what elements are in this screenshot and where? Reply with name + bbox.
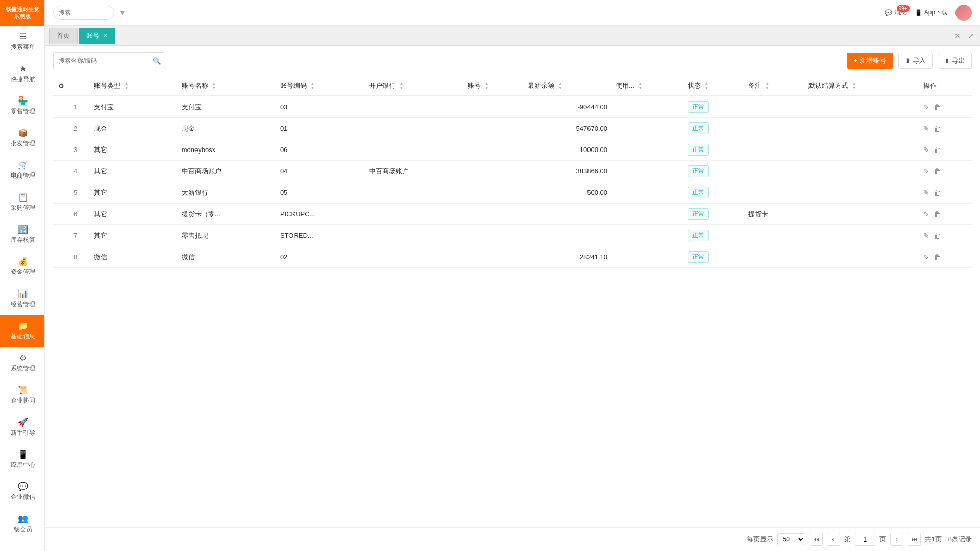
- user-avatar[interactable]: [955, 5, 972, 21]
- delete-button[interactable]: 🗑: [934, 189, 941, 197]
- col-default-payment[interactable]: 默认结算方式 ▲▼: [804, 76, 919, 96]
- sidebar-item-app-center[interactable]: 📱应用中心: [0, 443, 44, 475]
- table-row: 5 其它 大新银行 05 500.00 正常 ✎ 🗑: [53, 182, 972, 204]
- add-account-button[interactable]: + 新增账号: [847, 53, 893, 69]
- table-header-row: ⚙ 账号类型 ▲▼ 账号名称 ▲▼ 账号编码 ▲▼ 开户银行 ▲▼ 账号 ▲▼ …: [53, 76, 972, 96]
- edit-button[interactable]: ✎: [923, 232, 929, 240]
- last-page-button[interactable]: ⏭: [908, 533, 921, 546]
- col-name-cell: 支付宝: [178, 96, 276, 118]
- sidebar-item-purchase[interactable]: 📋采购管理: [0, 186, 44, 218]
- col-settings[interactable]: ⚙: [53, 76, 69, 96]
- sidebar-item-weixin[interactable]: 💬企业微信: [0, 475, 44, 508]
- col-type-cell: 其它: [90, 182, 178, 204]
- search-button[interactable]: 🔍: [149, 53, 165, 69]
- col-status-cell: 正常: [683, 246, 744, 268]
- edit-button[interactable]: ✎: [923, 124, 929, 133]
- col-account-no-cell: [463, 139, 524, 161]
- tab-account-label: 账号: [86, 31, 100, 40]
- col-name[interactable]: 账号名称 ▲▼: [178, 76, 276, 96]
- logo-text: 畅捷通财生意 乐惠版: [6, 6, 39, 20]
- sidebar-item-agreement[interactable]: 📜企业协同: [0, 379, 44, 411]
- col-default-payment-cell: [804, 161, 919, 182]
- search-input[interactable]: [54, 54, 149, 67]
- sidebar-icon-basic: 📁: [4, 321, 42, 331]
- edit-button[interactable]: ✎: [923, 103, 929, 111]
- page-area: 🔍 + 新增账号 ⬇ 导入 ⬆ 导出 ⚙: [45, 46, 980, 551]
- edit-button[interactable]: ✎: [923, 210, 929, 218]
- col-remark-cell: [744, 96, 804, 118]
- col-status-cell: 正常: [683, 161, 744, 182]
- edit-button[interactable]: ✎: [923, 189, 929, 197]
- expand-tab-btn[interactable]: ⤢: [966, 31, 976, 41]
- col-bank[interactable]: 开户银行 ▲▼: [365, 76, 463, 96]
- col-usage-cell: [611, 161, 683, 182]
- tab-account[interactable]: 账号 ✕: [79, 28, 115, 44]
- col-usage[interactable]: 使用... ▲▼: [611, 76, 683, 96]
- col-account-no[interactable]: 账号 ▲▼: [463, 76, 524, 96]
- col-code-cell: 02: [276, 246, 365, 268]
- page-size-select[interactable]: 50 20 100: [777, 533, 805, 545]
- pagination: 每页显示 50 20 100 ⏮ ‹ 第 页 › ⏭ 共1页，8条记录: [45, 527, 980, 551]
- window-controls: ✕ ⤢: [952, 31, 976, 41]
- prev-page-button[interactable]: ‹: [827, 533, 840, 546]
- sidebar-item-basic[interactable]: 📁基础信息: [0, 315, 44, 347]
- col-num-cell: 4: [69, 161, 90, 182]
- sidebar-item-finance[interactable]: 💰资金管理: [0, 251, 44, 283]
- sidebar-icon-purchase: 📋: [4, 192, 42, 202]
- message-button[interactable]: 💬 消息 99+: [885, 8, 906, 17]
- col-balance[interactable]: 最新余额 ▲▼: [524, 76, 611, 96]
- col-action-cell: ✎ 🗑: [919, 118, 972, 139]
- delete-button[interactable]: 🗑: [934, 210, 941, 218]
- delete-button[interactable]: 🗑: [934, 167, 941, 176]
- top-search-input[interactable]: [53, 6, 114, 20]
- tab-home[interactable]: 首页: [49, 28, 78, 44]
- sidebar-item-shortcut[interactable]: ★快捷导航: [0, 58, 44, 90]
- delete-button[interactable]: 🗑: [934, 232, 941, 240]
- app-download-label: App下载: [924, 8, 947, 17]
- dropdown-icon[interactable]: ▾: [120, 8, 125, 17]
- next-page-button[interactable]: ›: [890, 533, 903, 546]
- edit-button[interactable]: ✎: [923, 253, 929, 261]
- sidebar-item-search[interactable]: ☰搜索菜单: [0, 26, 44, 58]
- edit-button[interactable]: ✎: [923, 167, 929, 176]
- edit-button[interactable]: ✎: [923, 146, 929, 154]
- sidebar-item-ecommerce[interactable]: 🛒电商管理: [0, 154, 44, 186]
- page-number-input[interactable]: [855, 533, 875, 546]
- col-status[interactable]: 状态 ▲▼: [683, 76, 744, 96]
- sidebar-label-basic: 基础信息: [4, 332, 42, 341]
- delete-button[interactable]: 🗑: [934, 103, 941, 111]
- sidebar-item-operation[interactable]: 📊经营管理: [0, 283, 44, 315]
- sidebar-item-retail[interactable]: 🏪零售管理: [0, 90, 44, 122]
- top-header: ▾ 💬 消息 99+ 📱 App下载: [45, 0, 980, 26]
- delete-button[interactable]: 🗑: [934, 253, 941, 261]
- app-download-button[interactable]: 📱 App下载: [915, 8, 947, 17]
- col-settings-cell: [53, 96, 69, 118]
- col-code[interactable]: 账号编码 ▲▼: [276, 76, 365, 96]
- col-remark-cell: [744, 246, 804, 268]
- col-remark-cell: [744, 182, 804, 204]
- col-type[interactable]: 账号类型 ▲▼: [90, 76, 178, 96]
- action-buttons: ✎ 🗑: [923, 253, 968, 261]
- sidebar-item-system[interactable]: ⚙系统管理: [0, 347, 44, 379]
- sidebar-icon-system: ⚙: [4, 353, 42, 363]
- sidebar-icon-finance: 💰: [4, 257, 42, 266]
- col-remark[interactable]: 备注 ▲▼: [744, 76, 804, 96]
- col-default-payment-cell: [804, 96, 919, 118]
- sidebar-item-wholesale[interactable]: 📦批发管理: [0, 122, 44, 154]
- first-page-button[interactable]: ⏮: [810, 533, 823, 546]
- export-button[interactable]: ⬆ 导出: [938, 53, 972, 69]
- col-usage-cell: [611, 118, 683, 139]
- col-bank-cell: [365, 204, 463, 225]
- import-button[interactable]: ⬇ 导入: [898, 53, 933, 69]
- col-action-cell: ✎ 🗑: [919, 139, 972, 161]
- delete-button[interactable]: 🗑: [934, 124, 941, 133]
- sidebar-item-inventory[interactable]: 🔢库存核算: [0, 218, 44, 251]
- delete-button[interactable]: 🗑: [934, 146, 941, 154]
- sidebar-item-member[interactable]: 👥畅会员: [0, 508, 44, 540]
- tab-account-close[interactable]: ✕: [103, 32, 108, 39]
- close-tab-btn[interactable]: ✕: [952, 31, 963, 41]
- action-buttons: ✎ 🗑: [923, 167, 968, 176]
- sidebar-item-guide[interactable]: 🚀新手引导: [0, 411, 44, 443]
- col-usage-cell: [611, 204, 683, 225]
- sidebar-label-finance: 资金管理: [4, 268, 42, 277]
